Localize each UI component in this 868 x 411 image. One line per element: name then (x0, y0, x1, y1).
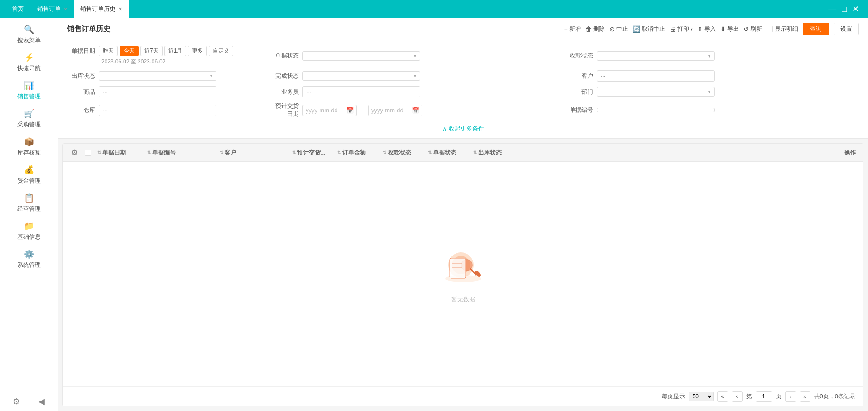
tab-sales-order-close[interactable]: ✕ (63, 6, 67, 12)
filter-row-4: 仓库 ··· 预计交货日期 yyyy-mm-dd 📅 — yyyy (67, 102, 859, 118)
th-checkbox[interactable] (81, 150, 95, 156)
sort-pay-status-icon[interactable]: ⇅ (383, 150, 386, 155)
customer-label: 客户 (565, 72, 597, 80)
collapse-more-conditions[interactable]: ∧ 收起更多条件 (67, 123, 859, 135)
first-page-btn[interactable]: « (717, 391, 728, 402)
content-area: 销售订单历史 + 新增 🗑 删除 ⊘ 中止 🔄 取消中止 (58, 18, 868, 411)
last1month-btn[interactable]: 近1月 (164, 46, 187, 56)
select-all-checkbox[interactable] (85, 150, 91, 156)
print-arrow-icon: ▾ (691, 27, 693, 32)
complete-status-label: 完成状态 (271, 72, 302, 80)
show-detail-checkbox[interactable] (767, 26, 773, 32)
salesman-picker[interactable]: ··· (302, 86, 420, 97)
sort-delivery-icon[interactable]: ⇅ (292, 150, 296, 155)
empty-text: 暂无数据 (451, 295, 475, 304)
goods-picker[interactable]: ··· (99, 86, 216, 97)
page-unit: 页 (776, 392, 782, 401)
goods-dots-icon: ··· (103, 88, 108, 95)
out-status-arrow-icon: ▾ (210, 73, 212, 78)
finance-icon: 💰 (24, 165, 34, 175)
import-button[interactable]: ⬆ 导入 (697, 25, 716, 33)
sidebar-item-operations[interactable]: 📋 经营管理 (0, 189, 58, 217)
delete-icon: 🗑 (585, 25, 592, 33)
sort-bill-status-icon[interactable]: ⇅ (428, 150, 432, 155)
per-page-select[interactable]: 50 20 100 (689, 392, 714, 401)
delete-button[interactable]: 🗑 删除 (585, 25, 605, 33)
sidebar-item-search-menu[interactable]: 🔍 搜索菜单 (0, 20, 58, 48)
delivery-date-end[interactable]: yyyy-mm-dd 📅 (368, 105, 422, 116)
sidebar-item-finance[interactable]: 💰 资金管理 (0, 160, 58, 189)
settings-bottom-icon[interactable]: ⚙ (13, 396, 20, 406)
sort-amount-icon[interactable]: ⇅ (337, 150, 341, 155)
out-status-label: 出库状态 (67, 72, 99, 80)
th-settings[interactable]: ⚙ (67, 148, 81, 157)
custom-btn[interactable]: 自定义 (209, 46, 233, 56)
bill-status-select[interactable]: ▾ (302, 51, 420, 61)
query-button[interactable]: 查询 (803, 23, 829, 35)
sort-out-status-icon[interactable]: ⇅ (473, 150, 477, 155)
sidebar-item-quick-nav[interactable]: ⚡ 快捷导航 (0, 48, 58, 76)
sidebar-item-inventory[interactable]: 📦 库存核算 (0, 132, 58, 160)
sort-date-icon[interactable]: ⇅ (97, 150, 101, 155)
out-status-select[interactable]: ▾ (99, 71, 216, 81)
customer-picker[interactable]: ··· (597, 70, 715, 82)
setting-button[interactable]: 设置 (834, 23, 859, 35)
tab-home[interactable]: 首页 (5, 0, 31, 18)
close-icon[interactable]: ✕ (852, 4, 859, 14)
collapse-sidebar-icon[interactable]: ◀ (38, 396, 45, 406)
stop-button[interactable]: ⊘ 中止 (609, 25, 628, 33)
operations-icon: 📋 (24, 193, 34, 203)
tab-sales-order-history-close[interactable]: ✕ (118, 6, 122, 12)
export-button[interactable]: ⬇ 导出 (720, 25, 739, 33)
pay-status-label: 收款状态 (565, 52, 597, 60)
tab-sales-order-history[interactable]: 销售订单历史 ✕ (74, 0, 129, 18)
last7days-btn[interactable]: 近7天 (140, 46, 163, 56)
warehouse-picker[interactable]: ··· (99, 105, 216, 116)
yesterday-btn[interactable]: 昨天 (99, 46, 118, 56)
quick-nav-icon: ⚡ (24, 53, 34, 63)
pay-status-select[interactable]: ▾ (597, 51, 715, 61)
refresh-button[interactable]: ↺ 刷新 (743, 25, 762, 33)
show-detail-control[interactable]: 显示明细 (767, 25, 798, 33)
sort-customer-icon[interactable]: ⇅ (220, 150, 223, 155)
sort-num-icon[interactable]: ⇅ (147, 150, 151, 155)
page-label: 第 (746, 392, 752, 401)
th-customer: ⇅ 客户 (217, 149, 289, 157)
maximize-icon[interactable]: □ (842, 5, 847, 14)
bill-num-input[interactable] (597, 108, 715, 112)
print-button[interactable]: 🖨 打印 ▾ (670, 25, 693, 33)
th-delivery: ⇅ 预计交货... (289, 149, 335, 157)
top-bar: 首页 销售订单 ✕ 销售订单历史 ✕ — □ ✕ (0, 0, 868, 18)
prev-page-btn[interactable]: ‹ (732, 391, 743, 402)
export-icon: ⬇ (720, 25, 726, 33)
print-icon: 🖨 (670, 25, 676, 33)
empty-state: 暂无数据 (63, 162, 863, 386)
salesman-label: 业务员 (271, 88, 302, 96)
sidebar-item-sys-mgmt[interactable]: ⚙️ 系统管理 (0, 245, 58, 273)
sys-mgmt-icon: ⚙️ (24, 249, 34, 259)
today-btn[interactable]: 今天 (120, 46, 139, 56)
sidebar-item-basic-info[interactable]: 📁 基础信息 (0, 217, 58, 245)
customer-dots-icon: ··· (601, 73, 606, 79)
minimize-icon[interactable]: — (828, 5, 836, 14)
stop-icon: ⊘ (609, 25, 615, 33)
main-layout: 🔍 搜索菜单 ⚡ 快捷导航 📊 销售管理 🛒 采购管理 📦 库存核算 💰 资金管… (0, 18, 868, 411)
sales-mgmt-icon: 📊 (24, 81, 34, 91)
sidebar-item-sales-mgmt[interactable]: 📊 销售管理 (0, 76, 58, 104)
complete-status-select[interactable]: ▾ (302, 71, 420, 81)
th-amount: ⇅ 订单金额 (335, 149, 380, 157)
tab-sales-order[interactable]: 销售订单 ✕ (31, 0, 74, 18)
last-page-btn[interactable]: » (800, 391, 810, 402)
sidebar: 🔍 搜索菜单 ⚡ 快捷导航 📊 销售管理 🛒 采购管理 📦 库存核算 💰 资金管… (0, 18, 58, 411)
calendar-start-icon: 📅 (346, 107, 354, 114)
new-button[interactable]: + 新增 (564, 25, 581, 33)
dept-select[interactable]: ▾ (597, 87, 715, 97)
next-page-btn[interactable]: › (785, 391, 796, 402)
page-header: 销售订单历史 + 新增 🗑 删除 ⊘ 中止 🔄 取消中止 (58, 18, 868, 40)
page-number-input[interactable] (756, 391, 772, 402)
delivery-date-start[interactable]: yyyy-mm-dd 📅 (302, 105, 357, 116)
sidebar-item-purchase-mgmt[interactable]: 🛒 采购管理 (0, 104, 58, 132)
cancel-stop-button[interactable]: 🔄 取消中止 (633, 25, 665, 33)
more-btn[interactable]: 更多 (188, 46, 207, 56)
delivery-date-label: 预计交货日期 (271, 102, 302, 118)
